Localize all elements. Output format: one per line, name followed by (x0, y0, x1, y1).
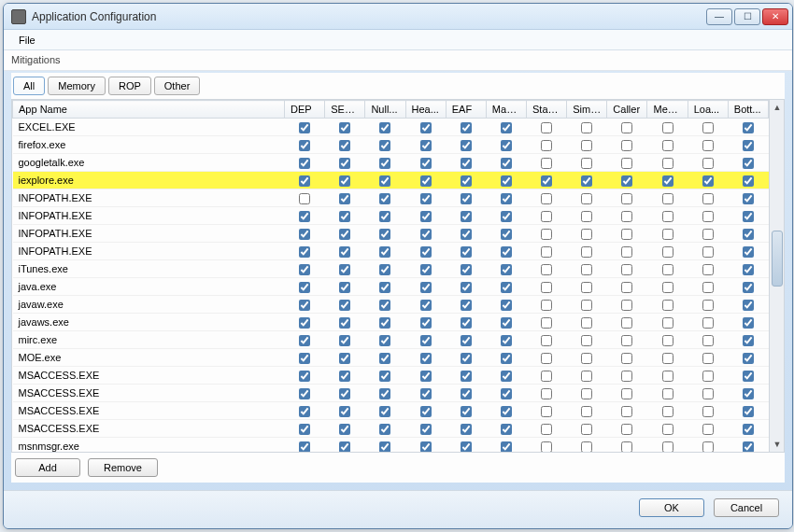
checkbox[interactable] (339, 441, 350, 452)
ok-button[interactable]: OK (639, 498, 704, 517)
checkbox[interactable] (702, 193, 714, 204)
checkbox[interactable] (299, 246, 310, 258)
checkbox[interactable] (581, 317, 592, 329)
vertical-scrollbar[interactable]: ▲ ▼ (769, 100, 784, 452)
checkbox[interactable] (461, 264, 472, 275)
checkbox[interactable] (702, 122, 714, 133)
checkbox[interactable] (461, 388, 472, 399)
checkbox[interactable] (501, 424, 512, 435)
checkbox[interactable] (379, 264, 390, 275)
tab-memory[interactable]: Memory (48, 77, 106, 95)
checkbox[interactable] (621, 122, 632, 133)
checkbox[interactable] (581, 264, 592, 275)
checkbox[interactable] (743, 441, 754, 452)
checkbox[interactable] (339, 140, 350, 151)
checkbox[interactable] (541, 371, 552, 382)
checkbox[interactable] (501, 371, 512, 382)
checkbox[interactable] (702, 406, 714, 417)
checkbox[interactable] (662, 211, 673, 222)
checkbox[interactable] (662, 406, 673, 417)
column-header-bott[interactable]: Bott... (728, 101, 768, 119)
checkbox[interactable] (581, 353, 592, 364)
table-row[interactable]: googletalk.exe (13, 154, 769, 172)
checkbox[interactable] (461, 282, 472, 293)
checkbox[interactable] (299, 229, 310, 240)
checkbox[interactable] (702, 158, 714, 169)
checkbox[interactable] (621, 300, 632, 311)
checkbox[interactable] (581, 229, 592, 240)
checkbox[interactable] (501, 300, 512, 311)
checkbox[interactable] (420, 441, 432, 452)
checkbox[interactable] (702, 246, 714, 258)
checkbox[interactable] (339, 424, 350, 435)
checkbox[interactable] (541, 424, 552, 435)
checkbox[interactable] (379, 158, 390, 169)
checkbox[interactable] (501, 317, 512, 329)
table-row[interactable]: MSACCESS.EXE (13, 402, 769, 420)
checkbox[interactable] (299, 264, 310, 275)
checkbox[interactable] (501, 158, 512, 169)
checkbox[interactable] (743, 317, 754, 329)
checkbox[interactable] (702, 229, 714, 240)
checkbox[interactable] (461, 300, 472, 311)
checkbox[interactable] (702, 335, 714, 346)
checkbox[interactable] (621, 353, 632, 364)
scroll-up-icon[interactable]: ▲ (770, 100, 785, 115)
checkbox[interactable] (420, 193, 432, 204)
checkbox[interactable] (299, 335, 310, 346)
table-row[interactable]: iexplore.exe (13, 172, 769, 189)
checkbox[interactable] (299, 388, 310, 399)
checkbox[interactable] (501, 353, 512, 364)
checkbox[interactable] (662, 229, 673, 240)
checkbox[interactable] (581, 388, 592, 399)
checkbox[interactable] (299, 424, 310, 435)
checkbox[interactable] (541, 175, 552, 187)
checkbox[interactable] (299, 158, 310, 169)
checkbox[interactable] (299, 353, 310, 364)
checkbox[interactable] (461, 317, 472, 329)
checkbox[interactable] (420, 140, 432, 151)
checkbox[interactable] (581, 406, 592, 417)
checkbox[interactable] (379, 371, 390, 382)
checkbox[interactable] (662, 175, 673, 187)
checkbox[interactable] (379, 211, 390, 222)
checkbox[interactable] (662, 371, 673, 382)
checkbox[interactable] (621, 193, 632, 204)
checkbox[interactable] (339, 264, 350, 275)
checkbox[interactable] (379, 282, 390, 293)
table-row[interactable]: MSACCESS.EXE (13, 385, 769, 402)
checkbox[interactable] (461, 424, 472, 435)
checkbox[interactable] (743, 282, 754, 293)
column-header-man[interactable]: Man... (486, 101, 526, 119)
checkbox[interactable] (743, 335, 754, 346)
checkbox[interactable] (299, 140, 310, 151)
checkbox[interactable] (501, 406, 512, 417)
checkbox[interactable] (581, 371, 592, 382)
checkbox[interactable] (339, 388, 350, 399)
checkbox[interactable] (420, 158, 432, 169)
checkbox[interactable] (662, 424, 673, 435)
checkbox[interactable] (662, 193, 673, 204)
checkbox[interactable] (621, 371, 632, 382)
checkbox[interactable] (339, 406, 350, 417)
checkbox[interactable] (299, 441, 310, 452)
checkbox[interactable] (662, 264, 673, 275)
checkbox[interactable] (379, 140, 390, 151)
checkbox[interactable] (299, 211, 310, 222)
checkbox[interactable] (621, 335, 632, 346)
checkbox[interactable] (299, 282, 310, 293)
checkbox[interactable] (541, 317, 552, 329)
checkbox[interactable] (541, 158, 552, 169)
checkbox[interactable] (743, 406, 754, 417)
checkbox[interactable] (702, 441, 714, 452)
checkbox[interactable] (420, 424, 432, 435)
checkbox[interactable] (581, 335, 592, 346)
checkbox[interactable] (662, 441, 673, 452)
table-row[interactable]: firefox.exe (13, 136, 769, 154)
checkbox[interactable] (581, 140, 592, 151)
checkbox[interactable] (581, 300, 592, 311)
checkbox[interactable] (702, 140, 714, 151)
checkbox[interactable] (743, 158, 754, 169)
checkbox[interactable] (541, 264, 552, 275)
checkbox[interactable] (662, 140, 673, 151)
